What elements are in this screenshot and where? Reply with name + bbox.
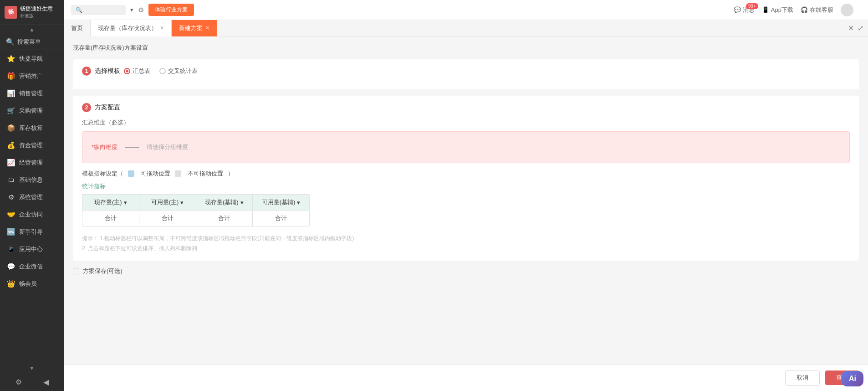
phone-icon: 📱 (762, 6, 769, 13)
home-tab-label: 首页 (71, 24, 83, 32)
stats-col-2: 可用量(主) ▾ (139, 195, 196, 210)
sidebar-item-basic[interactable]: 🗂 基础信息 (0, 171, 64, 189)
sidebar-item-label-appcenter: 应用中心 (19, 245, 43, 253)
sidebar-item-finance[interactable]: 💰 资金管理 (0, 137, 64, 154)
cancel-button[interactable]: 取消 (785, 370, 820, 386)
inventory-tab-label: 现存量（库存状况表） (98, 24, 157, 32)
sidebar-item-appcenter[interactable]: 📱 应用中心 (0, 241, 64, 258)
radio-summary[interactable]: 汇总表 (124, 67, 150, 75)
search-icon: 🔍 (5, 38, 15, 46)
app-download-label: App下载 (771, 6, 793, 14)
messages-button[interactable]: 💬 消息 99+ (734, 6, 755, 14)
trial-button[interactable]: 体验行业方案 (148, 4, 194, 16)
ai-float-button[interactable]: Ai (842, 371, 863, 386)
marketing-icon: 🎁 (6, 72, 15, 80)
not-draggable-badge (175, 170, 181, 177)
sidebar-item-label-purchase: 采购管理 (19, 107, 43, 115)
col-2-chevron[interactable]: ▾ (180, 199, 184, 206)
col-3-chevron[interactable]: ▾ (240, 199, 244, 206)
tab-inventory[interactable]: 现存量（库存状况表） ✕ (91, 20, 172, 36)
topbar-search-bar[interactable]: 🔍 (71, 5, 126, 15)
sales-icon: 📊 (6, 89, 15, 98)
sidebar-item-marketing[interactable]: 🎁 营销推广 (0, 67, 64, 85)
finance-icon: 💰 (6, 141, 15, 149)
page-content: 现存量(库存状况表)方案设置 1 选择模板 汇总表 交叉统计表 (64, 36, 868, 364)
stats-col-1: 现存量(主) ▾ (82, 195, 139, 210)
sidebar-item-wechat[interactable]: 💬 企业微信 (0, 258, 64, 275)
radio-summary-circle[interactable] (124, 68, 130, 74)
sidebar-item-label-finance: 资金管理 (19, 141, 43, 149)
sidebar-item-label-basic: 基础信息 (19, 176, 43, 184)
collapse-icon[interactable]: ◀ (43, 378, 49, 386)
col-4-label: 可用量(基辅) (262, 198, 296, 206)
stats-title: 统计指标 (82, 182, 850, 190)
sidebar-item-inventory[interactable]: 📦 库存核算 (0, 119, 64, 137)
online-service-button[interactable]: 🎧 在线客服 (801, 6, 833, 14)
topbar-dropdown[interactable]: ▾ (130, 6, 133, 13)
tabs-expand-icon[interactable]: ⤢ (858, 24, 863, 32)
new-scheme-tab-close-icon[interactable]: ✕ (205, 25, 209, 31)
radio-cross-circle[interactable] (159, 68, 166, 74)
settings-bottom-icon[interactable]: ⚙ (15, 378, 22, 386)
indicator-settings: 模板指标设定（ 可拖动位置 不可拖动位置 ） 统计指标 现存量(主) ▾ (82, 170, 850, 253)
topbar-right: 💬 消息 99+ 📱 App下载 🎧 在线客服 (734, 4, 861, 16)
tabs-actions: ✕ ⤢ (848, 24, 868, 32)
messages-badge: 99+ (746, 3, 758, 9)
indicator-close-paren: ） (228, 170, 234, 178)
sidebar-item-label-sales: 销售管理 (19, 89, 43, 98)
step2-title: 方案配置 (95, 103, 120, 112)
draggable-badge (128, 170, 134, 177)
dim-section-label: 汇总维度（必选） (82, 118, 850, 127)
save-checkbox-input[interactable] (73, 268, 79, 274)
col-1-chevron[interactable]: ▾ (124, 199, 127, 206)
sidebar-item-search[interactable]: 🔍 搜索菜单 (0, 34, 64, 50)
dimension-box[interactable]: *纵向维度 —— 请选择分组维度 (82, 131, 850, 163)
tab-new-scheme[interactable]: 新建方案 ✕ (172, 20, 217, 36)
dim-arrow: —— (125, 143, 139, 151)
sidebar-item-purchase[interactable]: 🛒 采购管理 (0, 102, 64, 119)
col-2-label: 可用量(主) (151, 198, 179, 206)
topbar-search-icon: 🔍 (76, 7, 82, 13)
inventory-tab-close-icon[interactable]: ✕ (160, 25, 164, 31)
sidebar-item-newguide[interactable]: 🆕 新手引导 (0, 223, 64, 241)
inventory-icon: 📦 (6, 124, 15, 132)
user-avatar[interactable] (841, 4, 853, 16)
draggable-label: 可拖动位置 (141, 170, 170, 178)
tip-1: 提示： 1.拖动标题栏可以调整布局，不可跨维度或指标区域拖动栏目字段(只能在同一… (82, 234, 850, 244)
sidebar-nav: 🔍 搜索菜单 ⭐ 快捷导航 🎁 营销推广 📊 销售管理 🛒 采购管理 📦 库存核… (0, 34, 64, 364)
tabs-close-icon[interactable]: ✕ (848, 24, 854, 32)
topbar: 🔍 ▾ ⚙ 体验行业方案 💬 消息 99+ 📱 App下载 🎧 在线客服 (64, 0, 868, 20)
sidebar-item-coop[interactable]: 🤝 企业协同 (0, 206, 64, 223)
sidebar-bottom: ⚙ ◀ (0, 373, 64, 391)
sidebar-scroll-up[interactable]: ▲ (0, 25, 64, 34)
sidebar-item-member[interactable]: 👑 畅会员 (0, 275, 64, 293)
step1-header: 1 选择模板 汇总表 交叉统计表 (82, 67, 850, 76)
sidebar-item-label-quicknav: 快捷导航 (19, 55, 43, 63)
step2-section: 2 方案配置 汇总维度（必选） *纵向维度 —— 请选择分组维度 模板指标设定（… (73, 96, 859, 261)
stats-col-3: 现存量(基辅) ▾ (196, 195, 253, 210)
sidebar-item-label-wechat: 企业微信 (19, 262, 43, 271)
sidebar-item-quicknav[interactable]: ⭐ 快捷导航 (0, 50, 64, 67)
radio-cross[interactable]: 交叉统计表 (159, 67, 198, 75)
purchase-icon: 🛒 (6, 107, 15, 115)
topbar-gear-icon[interactable]: ⚙ (138, 6, 144, 14)
sidebar-item-system[interactable]: ⚙ 系统管理 (0, 189, 64, 206)
sidebar-scroll-down[interactable]: ▼ (0, 364, 64, 373)
sidebar-item-label-system: 系统管理 (19, 193, 43, 201)
col-4-chevron[interactable]: ▾ (297, 199, 300, 206)
indicator-label: 模板指标设定（ 可拖动位置 不可拖动位置 ） (82, 170, 850, 178)
topbar-left: 🔍 ▾ ⚙ 体验行业方案 (71, 4, 194, 16)
tabs-bar: 首页 现存量（库存状况表） ✕ 新建方案 ✕ ✕ ⤢ (64, 20, 868, 36)
dim-required-text: *纵向维度 (92, 143, 117, 151)
step1-title: 选择模板 (95, 67, 120, 75)
app-download-button[interactable]: 📱 App下载 (762, 6, 793, 14)
sidebar-item-operations[interactable]: 📈 经营管理 (0, 154, 64, 171)
col-1-label: 现存量(主) (94, 198, 122, 206)
stats-table: 现存量(主) ▾ 可用量(主) ▾ 现存量(基辅) ▾ 可用量(基辅) (82, 194, 310, 226)
quicknav-icon: ⭐ (6, 55, 15, 63)
sidebar-item-label-coop: 企业协同 (19, 211, 43, 219)
sidebar-item-sales[interactable]: 📊 销售管理 (0, 85, 64, 102)
page-title: 现存量(库存状况表)方案设置 (73, 44, 859, 52)
tab-home[interactable]: 首页 (64, 20, 91, 36)
stats-cell-1: 合计 (82, 211, 139, 226)
